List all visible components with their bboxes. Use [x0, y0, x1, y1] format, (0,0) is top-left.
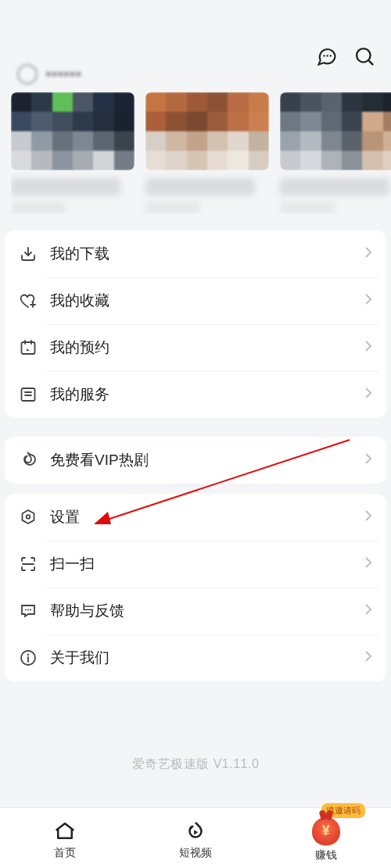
- menu-label: 我的服务: [50, 384, 352, 405]
- svg-rect-5: [22, 342, 35, 354]
- menu-services[interactable]: 我的服务: [5, 371, 386, 418]
- chevron-right-icon: [364, 452, 372, 468]
- menu-label: 帮助与反馈: [50, 601, 352, 621]
- menu-scan[interactable]: 扫一扫: [5, 541, 386, 588]
- menu-label: 设置: [50, 507, 352, 527]
- svg-point-7: [27, 515, 30, 519]
- calendar-icon: [19, 338, 38, 357]
- chevron-right-icon: [364, 246, 372, 262]
- svg-point-8: [25, 609, 27, 611]
- svg-point-9: [27, 609, 29, 611]
- download-icon: [19, 245, 38, 263]
- menu-label: 关于我们: [50, 648, 352, 668]
- bottom-nav: 首页 短视频 填邀请码 ¥ 赚钱: [0, 807, 391, 868]
- chat-icon[interactable]: [316, 45, 338, 67]
- nav-home[interactable]: 首页: [26, 820, 104, 860]
- thumb-1[interactable]: [11, 92, 135, 214]
- menu-label: 免费看VIP热剧: [50, 450, 352, 470]
- list-icon: [19, 385, 38, 404]
- menu-label: 我的预约: [50, 338, 352, 358]
- scan-icon: [19, 555, 38, 573]
- svg-line-4: [369, 61, 373, 65]
- menu-feedback[interactable]: 帮助与反馈: [5, 588, 386, 634]
- menu-about[interactable]: 关于我们: [5, 634, 386, 681]
- svg-point-3: [357, 48, 371, 63]
- section-header-truncated: ••••••: [17, 64, 81, 84]
- heart-plus-icon: [19, 291, 38, 310]
- nav-shortvideo[interactable]: 短视频: [156, 820, 235, 860]
- svg-point-1: [326, 55, 328, 56]
- chevron-right-icon: [364, 556, 372, 572]
- menu-label: 扫一扫: [50, 554, 352, 574]
- svg-rect-6: [22, 388, 35, 401]
- app-version: 爱奇艺极速版 V1.11.0: [0, 756, 391, 773]
- chevron-right-icon: [364, 387, 372, 402]
- svg-point-10: [30, 609, 31, 611]
- nav-earn[interactable]: 填邀请码 ¥ 赚钱: [287, 817, 365, 863]
- menu-label: 我的收藏: [50, 291, 352, 311]
- menu-reserved[interactable]: 我的预约: [5, 324, 386, 371]
- chevron-right-icon: [364, 650, 372, 666]
- chevron-right-icon: [364, 603, 372, 619]
- menu-label: 我的下载: [50, 244, 352, 264]
- menu-free-vip[interactable]: 免费看VIP热剧: [5, 437, 386, 484]
- info-icon: [19, 648, 38, 667]
- thumb-2[interactable]: [145, 92, 269, 214]
- menu-favorites[interactable]: 我的收藏: [5, 277, 386, 324]
- nav-label: 短视频: [179, 846, 212, 860]
- chevron-right-icon: [364, 293, 372, 309]
- chevron-right-icon: [364, 340, 372, 355]
- svg-point-12: [27, 654, 29, 655]
- chevron-right-icon: [364, 509, 372, 525]
- money-bag-icon: ¥: [312, 817, 340, 845]
- nav-label: 首页: [54, 846, 76, 860]
- flame-play-icon: [184, 820, 207, 843]
- svg-point-2: [330, 55, 332, 56]
- menu-group-3: 设置 扫一扫 帮助与反馈: [5, 494, 386, 681]
- menu-settings[interactable]: 设置: [5, 494, 386, 541]
- home-icon: [53, 820, 77, 843]
- menu-downloads[interactable]: 我的下载: [5, 230, 386, 277]
- search-icon[interactable]: [353, 45, 375, 67]
- message-icon: [19, 602, 38, 620]
- settings-hex-icon: [19, 508, 38, 527]
- menu-group-1: 我的下载 我的收藏 我的预约: [5, 230, 386, 418]
- svg-point-0: [323, 55, 325, 56]
- thumb-3[interactable]: [280, 92, 391, 214]
- nav-label: 赚钱: [315, 848, 337, 863]
- history-thumbs: [11, 92, 391, 214]
- menu-group-2: 免费看VIP热剧: [5, 437, 386, 484]
- flame-icon: [19, 451, 38, 470]
